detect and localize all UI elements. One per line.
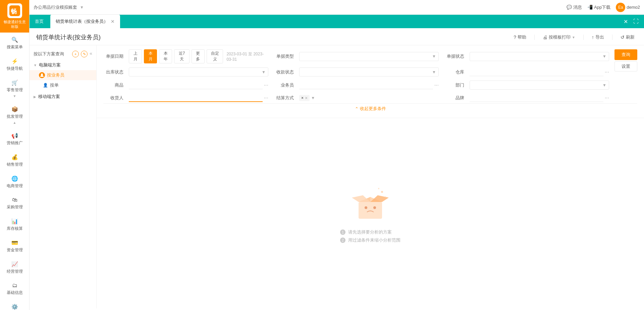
warehouse-label: 仓库 xyxy=(444,69,464,75)
date-btn-this-month[interactable]: 本月 xyxy=(144,49,157,63)
goods-input[interactable] xyxy=(129,81,263,89)
message-label: 消息 xyxy=(573,4,582,10)
dept-label: 部门 xyxy=(444,82,464,88)
brand-input[interactable] xyxy=(470,94,603,102)
sidebar-item-operation[interactable]: 📈 经营管理 xyxy=(0,257,29,278)
scheme-item-order[interactable]: 👤 按单 xyxy=(30,80,96,90)
page-title: 销货单统计表(按业务员) xyxy=(36,33,101,41)
settlement-tag: × × xyxy=(299,95,310,101)
sidebar-item-wholesale[interactable]: 📦 批发管理 ▲ xyxy=(0,102,29,128)
settlement-tag-close-icon[interactable]: × xyxy=(305,96,308,100)
doc-status-select[interactable] xyxy=(470,52,609,61)
sidebar-item-ecommerce[interactable]: 🌐 电商管理 xyxy=(0,171,29,193)
logo[interactable]: 畅 畅捷通好生意 标版 xyxy=(0,0,29,33)
sidebar-item-marketing-label: 营销推广 xyxy=(7,140,23,146)
sidebar-item-marketing[interactable]: 📢 营销推广 xyxy=(0,128,29,150)
top-header: 办公用品行业模拟账套 ▼ 💬 消息 📲 App下载 Ea demo2 xyxy=(30,0,644,15)
brand-dots-icon[interactable]: ··· xyxy=(605,95,609,101)
doc-type-select[interactable] xyxy=(299,52,439,61)
filter-area-top: 单据日期 上月 本月 本年 近7天 更多 自定义 2023-03-01 至 20… xyxy=(103,49,637,102)
consignee-input[interactable] xyxy=(129,94,263,102)
user-area[interactable]: Ea demo2 xyxy=(616,3,640,12)
print-button[interactable]: 🖨 按模板打印 ▼ xyxy=(540,33,578,42)
sidebar-item-basic[interactable]: 🗂 基础信息 xyxy=(0,278,29,300)
date-btn-last-month[interactable]: 上月 xyxy=(129,49,142,63)
collapse-row[interactable]: ⌃ 收起更多条件 xyxy=(103,103,637,114)
dept-select[interactable] xyxy=(470,81,609,90)
consignee-dots-icon[interactable]: ··· xyxy=(264,95,268,101)
desktop-scheme-arrow-icon: ▼ xyxy=(34,63,37,67)
svg-point-10 xyxy=(381,191,383,193)
setting-button[interactable]: 设置 xyxy=(614,61,637,71)
wholesale-arrow-icon: ▲ xyxy=(13,121,16,124)
avatar-text: Ea xyxy=(618,5,623,10)
app-download-label: App下载 xyxy=(594,4,610,10)
tab-bar: 首页 销货单统计表（按业务员） ✕ ✕ ⛶ xyxy=(30,15,644,28)
mobile-scheme-title[interactable]: ▶ 移动端方案 xyxy=(30,92,96,102)
right-panel: 单据日期 上月 本月 本年 近7天 更多 自定义 2023-03-01 至 20… xyxy=(97,45,644,308)
sidebar-item-finance-label: 资金管理 xyxy=(7,247,23,253)
svg-text:畅: 畅 xyxy=(11,8,17,15)
salesperson-dots-icon[interactable]: ··· xyxy=(434,83,439,88)
sidebar-item-operation-label: 经营管理 xyxy=(7,269,23,274)
tab-sales-stat[interactable]: 销货单统计表（按业务员） ✕ xyxy=(50,15,120,28)
basic-icon: 🗂 xyxy=(12,282,17,289)
date-range-value: 2023-03-01 至 2023-03-31 xyxy=(226,51,268,62)
receipt-status-select-wrap: ▼ xyxy=(299,67,439,76)
left-panel-header: 按以下方案查询 + ✎ « xyxy=(30,49,96,60)
page-title-bar: 销货单统计表(按业务员) ? 帮助 🖨 按模板打印 ▼ ↑ xyxy=(30,28,644,45)
tab-home-label: 首页 xyxy=(35,18,44,24)
tab-close-all-button[interactable]: ✕ xyxy=(622,17,629,26)
date-btn-custom[interactable]: 自定义 xyxy=(207,49,223,63)
empty-tip-2-text: 用过滤条件来缩小分析范围 xyxy=(348,237,400,243)
export-button[interactable]: ↑ 导出 xyxy=(589,33,607,42)
scheme-item-salesperson[interactable]: 按业务员 xyxy=(30,70,96,80)
desktop-scheme-label: 电脑端方案 xyxy=(39,62,61,68)
help-button[interactable]: ? 帮助 xyxy=(511,33,529,42)
sidebar-item-system[interactable]: ⚙️ 系统管理 xyxy=(0,300,29,310)
out-status-select[interactable] xyxy=(129,67,268,76)
empty-tip-1-text: 请先选择要分析的方案 xyxy=(348,229,392,235)
salesperson-input[interactable] xyxy=(299,81,433,89)
collapse-panel-button[interactable]: « xyxy=(90,51,92,57)
sales-icon: 💰 xyxy=(11,154,18,160)
warehouse-dots-icon[interactable]: ··· xyxy=(605,69,609,75)
app-download-button[interactable]: 📲 App下载 xyxy=(587,4,610,10)
print-icon: 🖨 xyxy=(543,35,547,40)
tab-home[interactable]: 首页 xyxy=(30,15,49,28)
sidebar-item-retail[interactable]: 🛒 零售管理 ▼ xyxy=(0,75,29,102)
sidebar-item-finance[interactable]: 💳 资金管理 xyxy=(0,236,29,257)
sidebar-item-quick-nav[interactable]: ⚡ 快捷导航 xyxy=(0,54,29,75)
svg-point-12 xyxy=(378,188,379,189)
mobile-scheme-arrow-icon: ▶ xyxy=(34,95,36,99)
message-button[interactable]: 💬 消息 xyxy=(567,4,582,10)
left-panel-header-icons: + ✎ « xyxy=(72,51,92,57)
sidebar: 畅 畅捷通好生意 标版 🔍 搜索菜单 ⚡ 快捷导航 🛒 零售管理 ▼ 📦 批发管… xyxy=(0,0,30,310)
content-area: 按以下方案查询 + ✎ « xyxy=(30,45,644,308)
download-icon: 📲 xyxy=(587,5,593,10)
logo-text: 畅捷通好生意 标版 xyxy=(3,19,26,29)
sidebar-item-purchase[interactable]: 🛍 采购管理 xyxy=(0,193,29,214)
tab-close-icon[interactable]: ✕ xyxy=(111,19,115,24)
date-btn-last-7-days[interactable]: 近7天 xyxy=(174,49,189,63)
tab-bar-right: ✕ ⛶ xyxy=(622,17,644,26)
sub-scheme-icon: 👤 xyxy=(43,83,48,88)
breadcrumb-arrow-icon[interactable]: ▼ xyxy=(80,5,84,10)
query-button[interactable]: 查询 xyxy=(614,49,637,60)
add-scheme-button[interactable]: + xyxy=(72,51,79,57)
warehouse-input-group: ··· xyxy=(470,68,609,76)
edit-scheme-button[interactable]: ✎ xyxy=(81,51,88,57)
goods-dots-icon[interactable]: ··· xyxy=(264,83,268,88)
warehouse-input[interactable] xyxy=(470,68,603,76)
desktop-scheme-title[interactable]: ▼ 电脑端方案 xyxy=(30,60,96,70)
search-nav-icon: 🔍 xyxy=(11,37,18,43)
sidebar-item-inventory[interactable]: 📊 库存核算 xyxy=(0,214,29,236)
date-btn-more[interactable]: 更多 xyxy=(192,49,205,63)
sidebar-item-search[interactable]: 🔍 搜索菜单 xyxy=(0,33,29,54)
refresh-button[interactable]: ↺ 刷新 xyxy=(618,33,637,42)
receipt-status-select[interactable] xyxy=(299,67,439,76)
ecommerce-icon: 🌐 xyxy=(11,175,18,182)
tab-expand-button[interactable]: ⛶ xyxy=(632,17,640,26)
date-btn-this-year[interactable]: 本年 xyxy=(159,49,172,63)
sidebar-item-sales[interactable]: 💰 销售管理 xyxy=(0,150,29,171)
